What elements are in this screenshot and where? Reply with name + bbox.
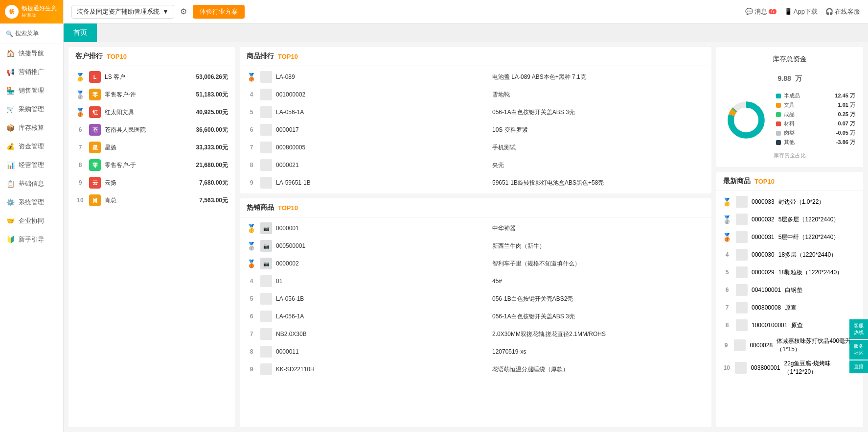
product-name: 白钢垫 xyxy=(785,286,802,294)
rank-number: 6 xyxy=(247,125,256,135)
sidebar-item-operations[interactable]: 📊 经营管理 xyxy=(0,156,63,174)
product-code: 0000011 xyxy=(276,348,488,355)
rank-number: 9 xyxy=(722,340,730,350)
sidebar-nav: 🏠 快捷导航 📢 营销推广 🏪 销售管理 🛒 采购管理 📦 库存核算 💰 资金管… xyxy=(0,44,63,432)
rank-number: 4 xyxy=(247,90,256,99)
sidebar-item-enterprise[interactable]: 🤝 企业协同 xyxy=(0,212,63,230)
rank-number: 6 xyxy=(722,285,732,295)
sidebar-item-label: 资金管理 xyxy=(19,142,44,151)
customer-value: 51,183.00元 xyxy=(196,91,228,99)
product-name: 电池盖 LA-089 ABS本色+黑种 7.1克 xyxy=(492,73,705,81)
inventory-value: 9.88 xyxy=(777,74,791,82)
product-thumbnail: 📷 xyxy=(260,222,272,234)
silver-medal-icon: 🥈 xyxy=(247,241,256,251)
sidebar-item-inventory[interactable]: 📦 库存核算 xyxy=(0,119,63,137)
online-service-btn[interactable]: 🎧 在线客服 xyxy=(825,7,860,16)
silver-medal-icon: 🥈 xyxy=(75,90,85,99)
legend-value: 0.25 万 xyxy=(838,111,855,118)
customer-name: LS 客户 xyxy=(105,73,192,81)
legend-dot xyxy=(776,103,781,108)
tab-home[interactable]: 首页 xyxy=(64,24,97,42)
product-thumbnail xyxy=(260,124,272,136)
product-rank-item: 8 0000021 夹壳 xyxy=(240,156,711,174)
logo-badge: 标准版 xyxy=(22,12,57,19)
finance-icon: 💰 xyxy=(6,142,15,151)
customer-rank-item: 10 肖 肖总 7,563.00元 xyxy=(69,192,235,209)
service-community-btn[interactable]: 服务社区 xyxy=(849,340,868,360)
rank-number: 7 xyxy=(75,143,85,152)
product-code: 000500001 xyxy=(276,242,488,249)
sidebar-item-marketing[interactable]: 📢 营销推广 xyxy=(0,63,63,81)
message-btn[interactable]: 💬 消息 6 xyxy=(745,7,777,16)
hot-product-item: 🥈 📷 000500001 新西兰牛肉（新牛） xyxy=(240,237,711,255)
hot-product-item: 8 0000011 12070519-xs xyxy=(240,343,711,360)
product-name: 智利车子里（规格不知道填什么） xyxy=(492,260,705,268)
sidebar: 畅 畅捷通好生意 标准版 🔍 搜索菜单 🏠 快捷导航 📢 营销推广 🏪 销售管理… xyxy=(0,0,64,432)
product-name: 中华神器 xyxy=(492,224,705,233)
donut-chart xyxy=(724,98,768,142)
trial-button[interactable]: 体验行业方案 xyxy=(193,5,245,19)
customer-service-btn[interactable]: 客服热线 xyxy=(849,319,868,339)
silver-medal-icon: 🥈 xyxy=(722,215,732,224)
product-code: 0000030 xyxy=(752,251,775,258)
product-name: 45# xyxy=(492,278,705,285)
product-ranking-panel: 商品排行 TOP10 🥉 LA-089 电池盖 LA-089 ABS本色+黑种 … xyxy=(240,47,711,193)
customer-name: 云扬 xyxy=(105,179,195,187)
product-code: 01 xyxy=(276,278,488,285)
hot-products-title: 热销商品 xyxy=(247,203,274,212)
app-download-btn[interactable]: 📱 App下载 xyxy=(784,7,818,16)
customer-avatar: 红 xyxy=(89,106,101,118)
sidebar-item-system[interactable]: ⚙️ 系统管理 xyxy=(0,193,63,212)
logo-title: 畅捷通好生意 xyxy=(22,5,57,12)
product-code: 000800005 xyxy=(276,144,488,151)
sidebar-search-area[interactable]: 🔍 搜索菜单 xyxy=(0,24,63,44)
sidebar-item-finance[interactable]: 💰 资金管理 xyxy=(0,137,63,156)
sidebar-item-label: 基础信息 xyxy=(19,179,44,188)
app-download-label: App下载 xyxy=(794,7,818,16)
product-rank-item: 🥉 LA-089 电池盖 LA-089 ABS本色+黑种 7.1克 xyxy=(240,68,711,86)
product-code: 004100001 xyxy=(752,287,781,293)
sidebar-item-purchase[interactable]: 🛒 采购管理 xyxy=(0,100,63,119)
live-stream-btn[interactable]: 直播 xyxy=(849,360,868,373)
product-thumbnail xyxy=(736,284,748,296)
search-menu-btn[interactable]: 🔍 搜索菜单 xyxy=(4,27,59,40)
rank-number: 8 xyxy=(247,347,256,357)
product-code: LA-089 xyxy=(276,73,488,80)
product-name: 原查 xyxy=(785,304,797,312)
settings-icon[interactable]: ⚙ xyxy=(180,7,187,16)
product-code: KK-SD22110H xyxy=(276,366,488,373)
hot-product-item: 🥇 📷 0000001 中华神器 xyxy=(240,219,711,237)
legend-item-meat: 肉类 -0.05 万 xyxy=(776,129,855,137)
product-thumbnail xyxy=(260,142,272,153)
purchase-icon: 🛒 xyxy=(6,105,15,114)
product-code: LA-056-1A xyxy=(276,313,488,320)
product-rank-item: 5 LA-056-1A 056-1A白色按键开关盖ABS 3壳 xyxy=(240,103,711,121)
sidebar-item-guide[interactable]: 🔰 新手引导 xyxy=(0,230,63,249)
customer-rank-item: 9 云 云扬 7,680.00元 xyxy=(69,174,235,192)
customer-name: 红太阳文具 xyxy=(105,108,192,117)
product-thumbnail xyxy=(260,106,272,118)
sidebar-item-quick-nav[interactable]: 🏠 快捷导航 xyxy=(0,44,63,63)
system-selector[interactable]: 装备及固定资产辅助管理系统 ▼ xyxy=(71,5,174,19)
product-thumbnail xyxy=(736,249,748,261)
product-thumbnail xyxy=(260,177,272,189)
new-prod-item: 🥈 0000032 5层多层（1220*2440） xyxy=(716,211,863,228)
home-icon: 🏠 xyxy=(6,49,15,58)
rank-number: 6 xyxy=(247,312,256,321)
legend-label: 材料 xyxy=(784,120,795,127)
new-prod-item: 🥉 0000031 5层中纤（1220*2440） xyxy=(716,228,863,246)
sidebar-item-label: 采购管理 xyxy=(19,105,44,114)
product-code: NB2.0X30B xyxy=(276,331,488,337)
rank-number: 7 xyxy=(722,303,732,312)
hot-products-panel: 热销商品 TOP10 🥇 📷 0000001 中华神器 🥈 📷 xyxy=(240,198,711,427)
hot-product-item: 7 NB2.0X30B 2.0X30MM双搓花轴,搓花直径2.1MM/ROHS xyxy=(240,325,711,343)
sidebar-item-sales[interactable]: 🏪 销售管理 xyxy=(0,81,63,100)
sidebar-item-basic[interactable]: 📋 基础信息 xyxy=(0,174,63,193)
marketing-icon: 📢 xyxy=(6,68,15,76)
hot-products-header: 热销商品 TOP10 xyxy=(240,198,711,217)
customer-value: 40,925.00元 xyxy=(196,108,228,117)
new-products-title: 最新商品 xyxy=(723,177,751,186)
hot-product-list: 🥇 📷 0000001 中华神器 🥈 📷 000500001 新西兰牛肉（新牛） xyxy=(240,217,711,380)
legend-item-finished: 成品 0.25 万 xyxy=(776,111,855,118)
product-thumbnail: 📷 xyxy=(260,240,272,252)
